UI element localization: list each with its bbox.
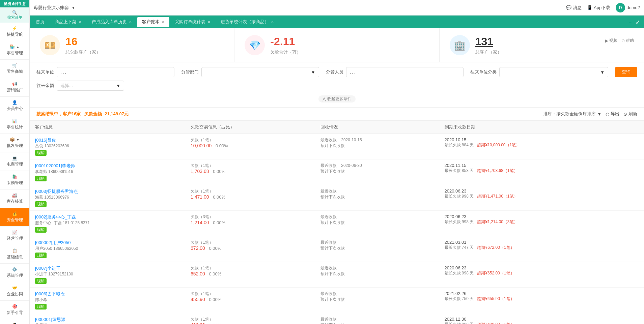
- customer-name[interactable]: [000002]用户2050: [35, 240, 180, 246]
- due-date: 2020.11.15: [445, 163, 639, 168]
- debt-count: 欠款（1笔）: [191, 188, 310, 194]
- debt-amount-row: 1,703.68 0.00%: [191, 169, 310, 174]
- debt-info-cell: 欠款（1笔） 1,703.68 0.00%: [185, 159, 315, 185]
- due-date: 2021.03.01: [445, 240, 639, 245]
- debt-info-cell: 欠款（1笔） 10,000.00 0.00%: [185, 134, 315, 159]
- total-customers-icon: 🏢: [450, 35, 470, 55]
- sidebar-item-marketing[interactable]: 📢 营销推广: [0, 78, 29, 97]
- sidebar-item-operations[interactable]: 📈 经营管理: [0, 227, 29, 245]
- system-icon: ⚙️: [12, 267, 17, 272]
- overdue-amount[interactable]: 超期¥10,000.00（1笔）: [477, 143, 520, 147]
- person-filter-input[interactable]: ...: [346, 67, 464, 77]
- person-dots: ...: [350, 69, 356, 75]
- overdue-amount[interactable]: 超期¥652.00（1笔）: [477, 271, 514, 275]
- export-btn[interactable]: ◎ 导出: [606, 111, 619, 117]
- chevron-down-icon: ▼: [597, 112, 601, 117]
- sidebar-item-retail-stats[interactable]: 📊 零售统计: [0, 115, 29, 134]
- overdue-days: 最长欠款 853 天: [445, 168, 476, 173]
- due-date-cell: 2021.02.26 最长欠款 750 天 超期¥455.90（1笔）: [439, 288, 644, 313]
- sidebar-item-apps[interactable]: 📱 应用中心: [0, 319, 29, 324]
- tab-products-off[interactable]: 商品上下架✕: [50, 17, 86, 27]
- debt-amount[interactable]: 672.00: [191, 245, 205, 251]
- sort-select[interactable]: 排序：按欠款金额倒序排序 ▼: [543, 111, 601, 117]
- tab-customer-account[interactable]: 客户账本✕: [137, 17, 169, 27]
- overdue-amount[interactable]: 超期¥455.90（1笔）: [477, 296, 514, 301]
- debt-pct: 0.00%: [209, 323, 222, 324]
- overdue-amount[interactable]: 超期¥672.00（1笔）: [477, 245, 514, 250]
- user-menu[interactable]: D demo2: [616, 3, 640, 12]
- sidebar-item-ecommerce[interactable]: 💻 电商管理: [0, 152, 29, 171]
- company-selector[interactable]: 母婴行业演示账套 ▼: [34, 5, 75, 11]
- chevron-down-icon: ▼: [311, 70, 315, 75]
- sidebar-item-purchase[interactable]: 🛍️ 采购管理: [0, 171, 29, 189]
- collapse-btn[interactable]: ⋀ 收起更多条件: [318, 95, 356, 102]
- balance-filter-select[interactable]: 选择... ▼: [57, 81, 124, 91]
- customer-name[interactable]: [0003]畅捷服务尹海燕: [35, 188, 180, 195]
- tab-close-products-off[interactable]: ✕: [79, 20, 82, 24]
- tab-close-purchase-stats[interactable]: ✕: [271, 20, 274, 24]
- customer-name[interactable]: [0001020001]李老师: [35, 163, 180, 169]
- refresh-icon: ⊙: [623, 112, 627, 117]
- sidebar-item-inventory[interactable]: 🏭 库存核算: [0, 189, 29, 208]
- overdue-amount[interactable]: 超期¥1,471.00（1笔）: [477, 194, 517, 199]
- customer-name[interactable]: [0007]小进干: [35, 265, 180, 271]
- sidebar-item-quick-nav[interactable]: ⚡ 快捷导航: [0, 23, 29, 41]
- help-btn[interactable]: ⊙ 帮助: [621, 38, 634, 43]
- search-button[interactable]: 查询: [615, 67, 637, 77]
- debt-amount[interactable]: 10,000.00: [191, 143, 212, 148]
- tab-close-customer-account[interactable]: ✕: [162, 20, 165, 24]
- sidebar-item-newbie[interactable]: 🎯 新手引导: [0, 301, 29, 319]
- customer-name[interactable]: [000001]黄思源: [35, 317, 180, 323]
- refresh-btn[interactable]: ⊙ 刷新: [623, 111, 637, 117]
- overdue-amount[interactable]: 超期¥1,703.68（1笔）: [477, 168, 517, 173]
- dept-filter-select[interactable]: ▼: [201, 67, 319, 77]
- app-download-btn[interactable]: 📱 App下载: [587, 5, 610, 11]
- tab-close-purchase-summary[interactable]: ✕: [207, 20, 211, 24]
- debt-amount[interactable]: 1,214.00: [191, 220, 209, 225]
- overdue-info-row: 最长欠款 884 天 超期¥10,000.00（1笔）: [445, 142, 639, 148]
- filter-row-2: 往来余额 选择... ▼: [36, 81, 637, 91]
- sidebar-item-member[interactable]: 👤 会员中心: [0, 97, 29, 115]
- overdue-amount[interactable]: 超期¥429.00（1笔）: [477, 322, 514, 324]
- sidebar-item-system[interactable]: ⚙️ 系统管理: [0, 264, 29, 282]
- table-header: 客户信息: [30, 121, 185, 134]
- tab-purchase-stats[interactable]: 进货单统计表（按商品）✕: [216, 17, 279, 27]
- header-right: 💬 消息 📱 App下载 D demo2: [566, 3, 640, 12]
- sidebar-search[interactable]: 🔍 搜索菜单: [0, 7, 29, 23]
- content-area: 💴 16 总欠款客户（家） 💎 -2.11 欠款合计（万） 🏢: [30, 28, 644, 324]
- customer-name[interactable]: [0006]去下粮仓: [35, 291, 180, 297]
- tab-close-production-history[interactable]: ✕: [129, 20, 132, 24]
- tab-production-history[interactable]: 产成品入库单历史✕: [87, 17, 137, 27]
- customer-name[interactable]: [0002]服务中心_丁磊: [35, 214, 180, 220]
- debt-amount[interactable]: 1,471.00: [191, 194, 209, 200]
- debt-amount[interactable]: 455.90: [191, 297, 205, 302]
- sidebar-item-batch-mgmt[interactable]: 📦 ▼ 批发管理: [0, 134, 29, 152]
- sidebar-item-finance[interactable]: 💰 资金管理: [0, 208, 29, 227]
- debt-amount[interactable]: 1,703.68: [191, 169, 209, 174]
- customer-info-cell: [0007]小进干 小进干 18279152100 现销: [30, 262, 185, 288]
- data-table-wrap: 客户信息欠款交易信息（占比）回收情况到期未收款日期 [0016]吕俊 吕俊 13…: [30, 121, 644, 324]
- tab-purchase-summary[interactable]: 采购订单统计表✕: [170, 17, 215, 27]
- sidebar-item-enterprise[interactable]: 🤝 企业协同: [0, 282, 29, 301]
- customer-filter-label: 往来单位: [36, 69, 54, 75]
- sidebar-item-basic-info[interactable]: 📋 基础信息: [0, 245, 29, 264]
- debt-amount[interactable]: 429.00: [191, 322, 205, 324]
- category-filter-select[interactable]: ▼: [499, 67, 608, 77]
- overdue-amount[interactable]: 超期¥1,214.00（3笔）: [477, 219, 517, 224]
- debt-count: 欠款（1笔）: [191, 291, 310, 297]
- debt-amount-row: 10,000.00 0.00%: [191, 143, 310, 148]
- video-btn[interactable]: ▶ 视频: [605, 38, 617, 43]
- customer-filter-input[interactable]: ...: [57, 67, 174, 77]
- message-btn[interactable]: 💬 消息: [566, 5, 582, 11]
- customer-name[interactable]: [0016]吕俊: [35, 137, 180, 143]
- tab-home[interactable]: 首页: [31, 17, 49, 27]
- debt-count: 欠款（1笔）: [191, 265, 310, 271]
- minimize-btn[interactable]: －: [627, 19, 633, 26]
- sidebar-item-retail-mgmt[interactable]: 🏪 ▲ 零售管理: [0, 41, 29, 60]
- maximize-btn[interactable]: ⤢: [636, 19, 640, 25]
- sidebar-item-retail-mall[interactable]: 🛒 零售商城: [0, 60, 29, 78]
- table-row: [000001]黄思源 黄思源 13552700226 现销 欠款（1笔） 42…: [30, 313, 644, 324]
- debt-pct: 0.00%: [209, 271, 222, 276]
- overdue-info-row: 最长欠款 747 天 超期¥672.00（1笔）: [445, 245, 639, 251]
- debt-amount[interactable]: 652.00: [191, 271, 205, 276]
